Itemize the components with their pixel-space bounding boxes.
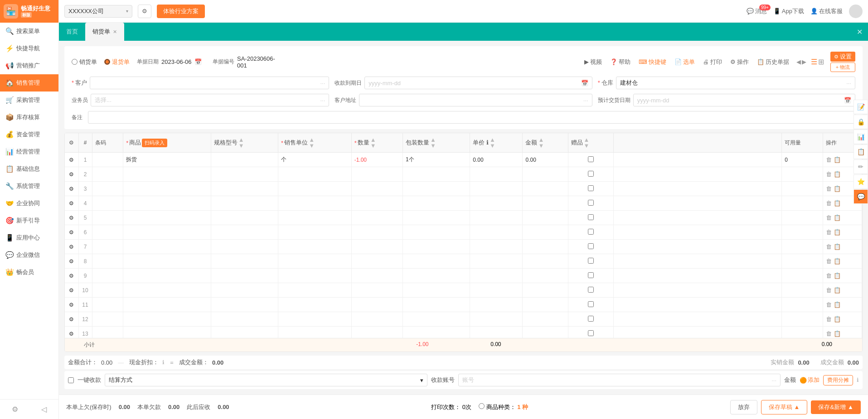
product-type-radio[interactable] <box>479 403 485 409</box>
row-unit-price[interactable] <box>470 283 523 298</box>
fee-help-icon[interactable]: ℹ <box>857 377 859 383</box>
row-barcode[interactable] <box>92 298 123 312</box>
side-action-3[interactable]: 📊 <box>853 130 868 144</box>
copy-row-icon[interactable]: 📋 <box>834 258 841 265</box>
message-btn[interactable]: 💬 消息 99+ <box>747 7 767 15</box>
row-spec[interactable] <box>211 167 278 182</box>
online-service-btn[interactable]: 👤 在线客服 <box>810 7 843 15</box>
row-amount[interactable] <box>523 327 568 338</box>
row-barcode[interactable] <box>92 312 123 327</box>
warehouse-input[interactable]: 建材仓 ··· <box>616 77 855 89</box>
delivery-date-input[interactable]: yyyy-mm-dd 📅 <box>633 94 855 106</box>
delete-row-icon[interactable]: 🗑 <box>826 214 832 221</box>
sidebar-item-system[interactable]: 🔧 系统管理 <box>0 178 58 195</box>
save-new-btn[interactable]: 保存&新增 ▲ <box>811 400 861 414</box>
delivery-date-calendar-icon[interactable]: 📅 <box>844 97 851 104</box>
row-quantity[interactable] <box>351 167 402 182</box>
copy-row-icon[interactable]: 📋 <box>834 301 841 308</box>
copy-row-icon[interactable]: 📋 <box>834 156 841 163</box>
side-action-1[interactable]: 📝 <box>853 100 868 114</box>
row-gear[interactable]: ⚙ <box>65 167 78 182</box>
row-pack-qty[interactable] <box>402 269 470 283</box>
row-quantity[interactable] <box>351 182 402 196</box>
row-barcode[interactable] <box>92 269 123 283</box>
row-gear[interactable]: ⚙ <box>65 240 78 254</box>
customer-address-input[interactable]: ··· <box>359 94 592 106</box>
row-spec[interactable] <box>211 196 278 211</box>
sidebar-item-inventory[interactable]: 📦 库存核算 <box>0 109 58 126</box>
row-barcode[interactable] <box>92 167 123 182</box>
customer-input[interactable]: ··· <box>90 77 329 89</box>
sidebar-item-quicknav[interactable]: ⚡ 快捷导航 <box>0 40 58 57</box>
row-gift[interactable] <box>568 211 613 225</box>
row-amount[interactable] <box>523 298 568 312</box>
row-gift[interactable] <box>568 327 613 338</box>
row-gift[interactable] <box>568 283 613 298</box>
close-all-tabs-icon[interactable]: ✕ <box>857 28 863 36</box>
row-gear[interactable]: ⚙ <box>65 196 78 211</box>
print-btn[interactable]: 🖨 打印 <box>700 57 725 67</box>
delete-row-icon[interactable]: 🗑 <box>826 229 832 236</box>
scan-input-btn[interactable]: 扫码录入 <box>142 139 167 147</box>
sidebar-settings-btn[interactable]: ⚙ <box>10 403 20 415</box>
table-scroll[interactable]: ⚙ # 条码 *商品 扫码录入 规格型号▲▼ <box>65 133 862 338</box>
row-barcode[interactable] <box>92 240 123 254</box>
delete-row-icon[interactable]: 🗑 <box>826 316 832 323</box>
row-quantity[interactable]: -1.00 <box>351 153 402 167</box>
row-pack-qty[interactable] <box>402 167 470 182</box>
shortcut-btn[interactable]: ⌨ 快捷键 <box>636 57 669 67</box>
delete-row-icon[interactable]: 🗑 <box>826 301 832 308</box>
sidebar-item-marketing[interactable]: 📢 营销推广 <box>0 57 58 74</box>
row-amount[interactable] <box>523 269 568 283</box>
row-product[interactable] <box>123 269 211 283</box>
row-unit-price[interactable]: 0.00 <box>470 153 523 167</box>
row-product[interactable] <box>123 225 211 240</box>
row-quantity[interactable] <box>351 327 402 338</box>
row-pack-qty[interactable] <box>402 283 470 298</box>
copy-row-icon[interactable]: 📋 <box>834 185 841 192</box>
row-pack-qty[interactable]: 1个 <box>402 153 470 167</box>
save-draft-btn[interactable]: 保存草稿 ▲ <box>761 400 808 414</box>
row-quantity[interactable] <box>351 312 402 327</box>
copy-row-icon[interactable]: 📋 <box>834 214 841 221</box>
settings-btn[interactable]: ⚙ 设置 <box>830 52 855 62</box>
date-calendar-icon[interactable]: 📅 <box>194 58 202 65</box>
sidebar-item-collab[interactable]: 🤝 企业协同 <box>0 195 58 212</box>
radio-sale-label[interactable]: 销货单 <box>72 58 97 66</box>
row-amount[interactable] <box>523 211 568 225</box>
row-product[interactable]: 拆货 <box>123 153 211 167</box>
row-gift[interactable] <box>568 196 613 211</box>
sidebar-item-search[interactable]: 🔍 搜索菜单 <box>0 23 58 40</box>
prev-record-btn[interactable]: ◀ <box>796 58 801 65</box>
row-spec[interactable] <box>211 240 278 254</box>
row-amount[interactable] <box>523 225 568 240</box>
next-record-btn[interactable]: ▶ <box>802 58 806 65</box>
one-click-checkbox[interactable] <box>68 377 74 383</box>
remark-input[interactable] <box>88 111 855 124</box>
row-gift[interactable] <box>568 167 613 182</box>
row-unit[interactable]: 个 <box>278 153 352 167</box>
row-unit-price[interactable] <box>470 196 523 211</box>
row-quantity[interactable] <box>351 211 402 225</box>
settlement-method-select[interactable]: 结算方式 ▾ <box>105 374 427 386</box>
row-barcode[interactable] <box>92 254 123 269</box>
row-spec[interactable] <box>211 327 278 338</box>
copy-row-icon[interactable]: 📋 <box>834 330 841 337</box>
sidebar-collapse-btn[interactable]: ◁ <box>39 403 48 415</box>
row-gift[interactable] <box>568 254 613 269</box>
row-notes[interactable] <box>613 225 782 240</box>
row-gear[interactable]: ⚙ <box>65 327 78 338</box>
add-payment-btn[interactable]: 🟠 添加 <box>800 376 820 384</box>
row-notes[interactable] <box>613 167 782 182</box>
sidebar-item-sales[interactable]: 🏠 销售管理 <box>0 74 58 92</box>
account-input[interactable]: 账号 ··· <box>458 374 781 386</box>
delete-row-icon[interactable]: 🗑 <box>826 330 832 337</box>
delete-row-icon[interactable]: 🗑 <box>826 171 832 178</box>
copy-row-icon[interactable]: 📋 <box>834 171 841 178</box>
sidebar-item-guide[interactable]: 🎯 新手引导 <box>0 212 58 229</box>
discount-help-icon[interactable]: ℹ <box>162 359 165 366</box>
row-unit[interactable] <box>278 254 352 269</box>
trial-btn[interactable]: 体验行业方案 <box>157 5 205 18</box>
row-spec[interactable] <box>211 283 278 298</box>
row-notes[interactable] <box>613 182 782 196</box>
